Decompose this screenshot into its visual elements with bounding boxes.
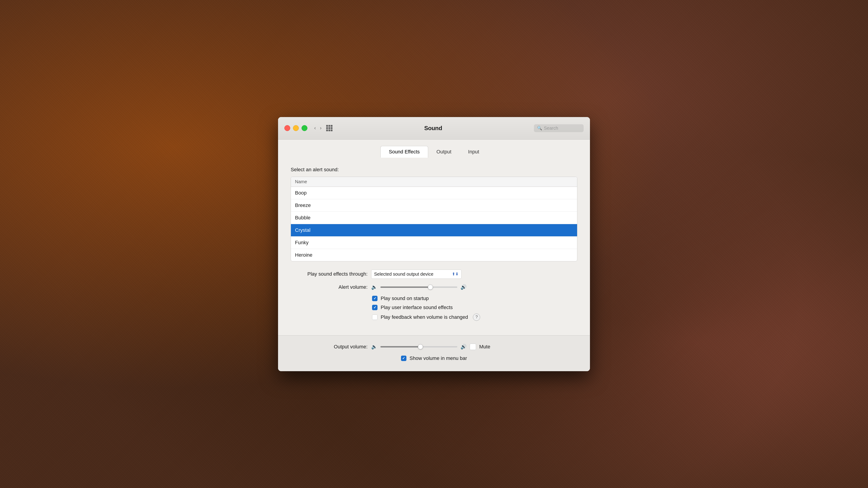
mute-checkbox[interactable] [470,344,476,350]
list-item[interactable]: Bubble [291,212,577,224]
search-bar[interactable]: 🔍 Search [534,124,584,132]
window-title: Sound [333,125,534,132]
show-volume-row: Show volume in menu bar [291,355,577,361]
section-label: Select an alert sound: [291,167,577,173]
output-volume-slider[interactable] [380,346,457,348]
play-ui-row: Play user interface sound effects [372,304,577,311]
list-item[interactable]: Boop [291,187,577,199]
volume-low-icon: 🔈 [371,284,377,290]
list-item[interactable]: Heroine [291,249,577,261]
sound-list: Name Boop Breeze Bubble Crystal Funky He… [291,177,577,261]
show-volume-label: Show volume in menu bar [410,355,467,361]
tab-sound-effects[interactable]: Sound Effects [380,146,428,158]
titlebar: ‹ › Sound 🔍 Search [278,117,590,140]
help-button[interactable]: ? [473,314,480,321]
output-volume-low-icon: 🔈 [371,344,377,350]
grid-icon [326,125,333,131]
play-feedback-row: Play feedback when volume is changed ? [372,314,577,321]
volume-high-icon: 🔊 [460,284,467,290]
play-startup-checkbox[interactable] [372,296,377,301]
tab-input[interactable]: Input [460,146,488,158]
mute-label: Mute [479,344,490,350]
output-volume-row: Output volume: 🔈 🔊 Mute [291,344,577,350]
grid-view-button[interactable] [326,125,333,131]
play-ui-checkbox[interactable] [372,305,377,310]
play-ui-label: Play user interface sound effects [381,304,453,311]
main-content: Select an alert sound: Name Boop Breeze … [278,158,590,335]
play-startup-row: Play sound on startup [372,295,577,301]
back-button[interactable]: ‹ [313,125,317,131]
play-through-label: Play sound effects through: [291,271,368,277]
close-button[interactable] [284,125,290,131]
list-item[interactable]: Funky [291,236,577,249]
alert-volume-row: Alert volume: 🔈 🔊 [291,284,577,290]
minimize-button[interactable] [293,125,299,131]
output-volume-slider-row: 🔈 🔊 Mute [371,344,490,350]
play-feedback-label: Play feedback when volume is changed [381,314,468,320]
bottom-section: Output volume: 🔈 🔊 Mute Show volume in m… [278,335,590,371]
show-volume-checkbox[interactable] [401,356,406,361]
alert-volume-label: Alert volume: [291,284,368,290]
alert-volume-slider[interactable] [380,287,457,288]
forward-button[interactable]: › [318,125,323,131]
list-item[interactable]: Breeze [291,199,577,212]
dropdown-value: Selected sound output device [374,271,450,277]
fullscreen-button[interactable] [302,125,307,131]
output-volume-high-icon: 🔊 [460,344,467,350]
dropdown-arrow-icon: ⬆⬇ [452,271,459,276]
output-volume-label: Output volume: [291,344,368,350]
nav-buttons: ‹ › [313,125,323,131]
play-feedback-checkbox[interactable] [372,315,377,320]
search-icon: 🔍 [537,126,542,131]
tabbar: Sound Effects Output Input [278,140,590,158]
list-item-selected[interactable]: Crystal [291,224,577,236]
search-input[interactable]: Search [544,126,558,131]
play-through-dropdown[interactable]: Selected sound output device ⬆⬇ [371,269,462,279]
list-column-header: Name [291,177,577,187]
alert-volume-slider-row: 🔈 🔊 [371,284,467,290]
play-through-row: Play sound effects through: Selected sou… [291,269,577,279]
play-startup-label: Play sound on startup [381,295,429,301]
tab-output[interactable]: Output [428,146,460,158]
main-window: ‹ › Sound 🔍 Search Sound Effects Output … [278,117,590,371]
traffic-lights [284,125,307,131]
